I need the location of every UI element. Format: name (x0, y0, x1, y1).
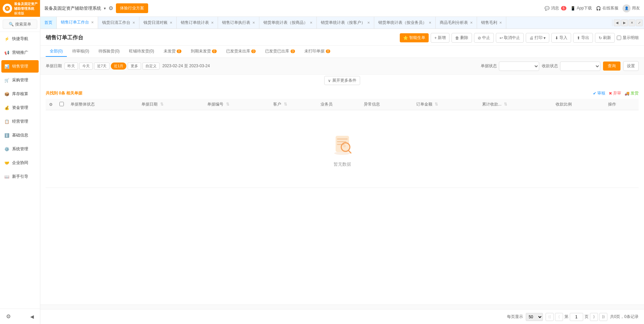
tab-maximize-button[interactable]: ⤢ (636, 19, 643, 26)
subtab-not-printed[interactable]: 未打印单据 0 (300, 46, 334, 57)
tab-cash-reconcile[interactable]: 钱货日清对账 ✕ (139, 17, 177, 29)
next-page-button[interactable]: ⟩ (590, 313, 598, 321)
search-menu-button[interactable]: 🔍 搜索菜单 (3, 19, 37, 29)
select-all-checkbox[interactable] (59, 102, 64, 106)
sidebar-item-quicknav[interactable]: ⚡ 快捷导航 (1, 33, 39, 45)
approve-button[interactable]: ✔ 审核 (593, 90, 605, 96)
info-icon: ℹ️ (4, 133, 9, 138)
date-btn-7days[interactable]: 近7天 (94, 63, 110, 70)
col-collected[interactable]: 累计收款... ⇅ (479, 99, 552, 110)
message-icon: 💬 (545, 6, 550, 11)
subtab-pending-review[interactable]: 待审核(0) (68, 46, 93, 57)
subtab-all[interactable]: 全部(0) (46, 46, 67, 57)
sidebar-settings-button[interactable]: ⚙ (3, 312, 14, 321)
col-date[interactable]: 单据日期 ⇅ (138, 99, 204, 110)
online-service-button[interactable]: 🎧 在线客服 (596, 5, 618, 11)
tab-sales-exec[interactable]: 销售订单执行表 ✕ (218, 17, 259, 29)
date-btn-custom[interactable]: 自定义 (142, 63, 160, 70)
add-button[interactable]: + 新增 (431, 33, 449, 43)
subtab-not-shipped[interactable]: 未发货 0 (160, 46, 185, 57)
sidebar-item-finance[interactable]: 💰 资金管理 (1, 102, 39, 114)
tab-close-icon[interactable]: ✕ (252, 21, 255, 25)
tab-sales-by-salesman[interactable]: 销货单统计表（按业务员） ✕ (374, 17, 436, 29)
sidebar-item-guide[interactable]: 📖 新手引导 (1, 170, 39, 183)
sidebar-item-sales[interactable]: 📊 销售管理 (1, 60, 39, 73)
col-customer[interactable]: 客户 ⇅ (270, 99, 317, 110)
sidebar-item-system[interactable]: ⚙️ 系统管理 (1, 143, 39, 155)
tabbar-nav: ◀ ▶ ✕ ⤢ (612, 19, 644, 26)
tab-close-icon[interactable]: ✕ (91, 21, 94, 24)
topbar-dropdown[interactable]: ▾ (104, 6, 106, 11)
tab-close-icon[interactable]: ✕ (211, 21, 214, 25)
horizontal-scrollbar[interactable] (40, 305, 644, 309)
col-status: 单据整体状态 (67, 99, 138, 110)
prev-page-button[interactable]: ⟨ (555, 313, 563, 321)
col-settings[interactable]: ⚙ (46, 99, 56, 110)
date-btn-more[interactable]: 更多 (128, 63, 141, 70)
subtab-overdue-ship[interactable]: 到期未发货 0 (187, 46, 221, 57)
tab-close-icon[interactable]: ✕ (429, 21, 431, 25)
refresh-button[interactable]: ↻ 刷新 (595, 33, 615, 43)
first-page-button[interactable]: ⟨⟨ (546, 313, 554, 321)
show-detail-checkbox[interactable] (617, 36, 621, 40)
col-number[interactable]: 单据编号 ⇅ (204, 99, 270, 110)
sidebar-item-marketing[interactable]: 📢 营销推广 (1, 46, 39, 59)
tab-prev-button[interactable]: ◀ (614, 19, 620, 26)
subtab-shipped-out[interactable]: 已发货已出库 0 (261, 46, 299, 57)
solution-button[interactable]: 体验行业方案 (116, 3, 148, 13)
expand-conditions-button[interactable]: ∨ 展开更多条件 (324, 76, 360, 85)
tab-sales-stats[interactable]: 销售订单统计表 ✕ (177, 17, 218, 29)
smart-generate-button[interactable]: ⭐ 智能生单 (400, 33, 429, 42)
export-button[interactable]: ⬆ 导出 (573, 33, 593, 43)
tab-close-icon[interactable]: ✕ (310, 21, 312, 25)
tab-close-icon[interactable]: ✕ (170, 21, 172, 25)
col-checkbox[interactable] (56, 99, 67, 110)
cancel-stop-button[interactable]: ↩ 取消中止 (496, 33, 524, 43)
tab-sales-margin[interactable]: 销售毛利 ✕ (477, 17, 506, 29)
tab-cash-daily[interactable]: 钱货日清工作台 ✕ (98, 17, 139, 29)
date-btn-today[interactable]: 今天 (79, 63, 93, 70)
tab-sales-by-customer[interactable]: 销货单统计表（按客户） ✕ (317, 17, 374, 29)
tab-sales-by-product[interactable]: 销货单统计表（按商品） ✕ (259, 17, 317, 29)
sidebar-item-purchase[interactable]: 🛒 采购管理 (1, 74, 39, 86)
tab-close-icon[interactable]: ✕ (499, 21, 502, 25)
user-area[interactable]: 👤 用友 (622, 4, 640, 12)
ship-button[interactable]: 🚚 发货 (625, 90, 639, 96)
filter-settings-button[interactable]: 设置 (623, 61, 639, 71)
stop-button[interactable]: ⊘ 中止 (474, 33, 494, 43)
show-detail-checkbox-label[interactable]: 显示明细 (617, 35, 639, 41)
tab-margin-analysis[interactable]: 商品毛利分析表 ✕ (436, 17, 477, 29)
settings-icon[interactable]: ⚙ (109, 5, 113, 11)
sidebar-item-basic-info[interactable]: ℹ️ 基础信息 (1, 129, 39, 141)
subtab-wangpu-ship[interactable]: 旺铺待发货(0) (125, 46, 158, 57)
date-btn-yesterday[interactable]: 昨天 (65, 63, 78, 70)
sidebar-collapse-button[interactable]: ◀ (27, 312, 37, 321)
subtab-pending-check[interactable]: 待拣验货(0) (94, 46, 124, 57)
sidebar-item-collab[interactable]: 🤝 企业协同 (1, 157, 39, 169)
message-button[interactable]: 💬 消息 6 (545, 5, 566, 11)
delete-button[interactable]: 🗑 删除 (452, 33, 472, 43)
col-amount[interactable]: 订单金额 ⇅ (413, 99, 479, 110)
sort-icon: ⇅ (160, 102, 164, 107)
page-number-input[interactable] (570, 313, 583, 321)
status-filter-select[interactable] (499, 62, 539, 71)
payment-filter-select[interactable] (560, 62, 600, 71)
tab-close-icon[interactable]: ✕ (132, 21, 135, 25)
import-button[interactable]: ⬇ 导入 (551, 33, 571, 43)
sidebar-item-management[interactable]: 📋 经营管理 (1, 115, 39, 128)
tab-next-button[interactable]: ▶ (621, 19, 628, 26)
date-btn-1month[interactable]: 近1月 (111, 63, 126, 70)
tab-home[interactable]: 首页 (40, 17, 57, 29)
last-page-button[interactable]: ⟩⟩ (599, 313, 607, 321)
sidebar-item-inventory[interactable]: 📦 库存核算 (1, 88, 39, 100)
print-button[interactable]: 🖨 打印 ▾ (526, 33, 549, 43)
tab-close-icon[interactable]: ✕ (367, 21, 370, 25)
tab-close-all-button[interactable]: ✕ (629, 19, 635, 26)
reject-button[interactable]: ✖ 弃审 (609, 90, 621, 96)
app-download-button[interactable]: 📱 App下载 (570, 5, 592, 11)
query-button[interactable]: 查询 (603, 62, 620, 71)
tab-close-icon[interactable]: ✕ (470, 21, 473, 25)
subtab-shipped-not-out[interactable]: 已发货未出库 0 (222, 46, 260, 57)
per-page-select[interactable]: 10 20 50 100 (526, 313, 543, 321)
tab-sales-workbench[interactable]: 销售订单工作台 ✕ (57, 17, 98, 29)
